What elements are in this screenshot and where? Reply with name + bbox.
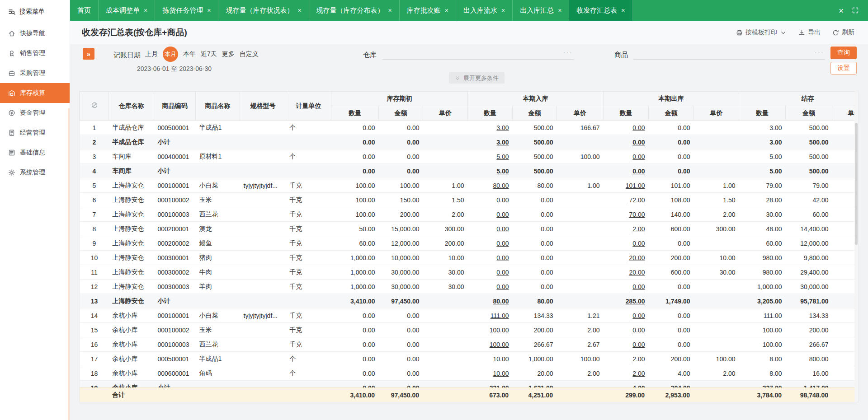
quantity-drilldown-link[interactable]: 0.00 [496,225,509,233]
table-row[interactable]: 7上海静安仓000100003西兰花千克100.00200.002.000.00… [80,207,859,222]
tab-cost-adjustment[interactable]: 成本调整单× [99,0,155,21]
tab-recv-send-summary[interactable]: 收发存汇总表× [569,0,632,21]
close-icon[interactable]: × [839,6,844,15]
quantity-drilldown-link[interactable]: 0.00 [496,196,509,204]
settings-button[interactable]: 设置 [830,62,857,75]
table-row[interactable]: 10上海静安仓000300001猪肉千克1,000.0010,000.0010.… [80,251,859,265]
tab-close-icon[interactable]: × [558,7,561,14]
table-row[interactable]: 6上海静安仓000100002玉米千克100.00150.001.500.000… [80,193,859,207]
tab-close-icon[interactable]: × [445,7,448,14]
product-more-icon[interactable]: ··· [815,48,824,56]
quantity-drilldown-link[interactable]: 0.00 [496,254,509,261]
quantity-drilldown-link[interactable]: 0.00 [496,240,509,247]
quantity-drilldown-link[interactable]: 0.00 [632,168,645,175]
quantity-drilldown-link[interactable]: 0.00 [496,269,509,276]
vertical-scrollbar[interactable] [854,91,858,402]
quantity-drilldown-link[interactable]: 5.00 [496,168,509,175]
product-input[interactable]: ··· [633,45,825,60]
scrollbar-thumb[interactable] [855,123,858,245]
date-option[interactable]: 本年 [183,50,196,58]
quantity-drilldown-link[interactable]: 0.00 [632,341,645,348]
sidebar-search[interactable]: 搜索菜单 [0,0,70,23]
date-option[interactable]: 自定义 [240,50,259,58]
sidebar-item-quick-nav[interactable]: 快捷导航 [0,23,70,43]
quantity-drilldown-link[interactable]: 2.00 [632,370,645,377]
tab-close-icon[interactable]: × [621,7,625,14]
sidebar-item-inventory[interactable]: 库存核算 [0,83,70,103]
quantity-drilldown-link[interactable]: 0.00 [632,312,645,319]
quantity-drilldown-link[interactable]: 2.00 [632,225,645,233]
table-row[interactable]: 8上海静安仓000200001澳龙千克50.0015,000.00300.000… [80,222,859,236]
tab-close-icon[interactable]: × [207,7,211,14]
quantity-drilldown-link[interactable]: 3.00 [496,139,509,146]
sidebar-item-sales[interactable]: 销售管理 [0,43,70,63]
date-option[interactable]: 上月 [145,50,158,58]
quantity-drilldown-link[interactable]: 0.00 [632,240,645,247]
quantity-drilldown-link[interactable]: 100.00 [490,341,509,348]
quantity-drilldown-link[interactable]: 101.00 [626,182,645,189]
warehouse-more-icon[interactable]: ··· [563,48,573,56]
table-row[interactable]: 9上海静安仓000200002鳗鱼千克60.0012,000.00200.000… [80,236,859,251]
quantity-drilldown-link[interactable]: 20.00 [629,269,645,276]
quantity-drilldown-link[interactable]: 0.00 [632,283,645,290]
quantity-drilldown-link[interactable]: 0.00 [632,139,645,146]
export-button[interactable]: 导出 [798,28,821,37]
quantity-drilldown-link[interactable]: 111.00 [491,312,509,319]
table-row[interactable]: 14余杭小库000100001小白菜tyjyjtyjtyjdf...千克0.00… [80,308,859,323]
table-row[interactable]: 16余杭小库000100003西兰花千克0.000.00100.00266.67… [80,337,859,352]
sidebar-item-purchase[interactable]: 采购管理 [0,63,70,83]
tab-stock-status[interactable]: 现存量（库存状况表）× [218,0,309,21]
sidebar-item-operations[interactable]: 经营管理 [0,123,70,143]
table-row[interactable]: 5上海静安仓000100001小白菜tyjyjtyjtyjdf...千克100.… [80,178,859,193]
sidebar-item-base-info[interactable]: 基础信息 [0,143,70,163]
table-row[interactable]: 15余杭小库000100002玉米千克0.000.00100.00200.002… [80,323,859,337]
date-option[interactable]: 近7天 [201,50,217,58]
quantity-drilldown-link[interactable]: 2.00 [632,355,645,363]
table-row[interactable]: 3车间库000400001原材料1个0.000.005.00500.00100.… [80,149,859,164]
tab-inout-flow[interactable]: 出入库流水× [456,0,513,21]
maximize-icon[interactable] [852,7,859,14]
quantity-drilldown-link[interactable]: 285.00 [626,298,645,305]
quantity-drilldown-link[interactable]: 10.00 [493,355,509,363]
table-row[interactable]: 12上海静安仓000300003羊肉千克1,000.0030,000.0030.… [80,280,859,294]
expand-more-button[interactable]: 展开更多条件 [449,72,505,84]
tab-close-icon[interactable]: × [501,7,505,14]
quantity-drilldown-link[interactable]: 0.00 [632,124,645,131]
table-row[interactable]: 1半成品仓库000500001半成品1个0.000.003.00500.0016… [80,121,859,135]
date-option[interactable]: 更多 [222,50,235,58]
quantity-drilldown-link[interactable]: 72.00 [629,196,645,204]
table-row-subtotal[interactable]: 4车间库小计0.000.005.00500.000.000.005.00500.… [80,164,859,178]
quantity-drilldown-link[interactable]: 3.00 [496,124,509,131]
print-template-button[interactable]: 按模板打印 [736,28,787,37]
sidebar-item-system[interactable]: 系统管理 [0,163,70,182]
quantity-drilldown-link[interactable]: 0.00 [632,153,645,160]
column-settings-icon[interactable] [91,102,98,109]
date-option[interactable]: 本月 [163,47,178,62]
tab-close-icon[interactable]: × [297,7,301,14]
quantity-drilldown-link[interactable]: 0.00 [496,283,509,290]
tab-inout-summary[interactable]: 出入库汇总× [513,0,569,21]
tab-home[interactable]: 首页 [70,0,99,21]
quantity-drilldown-link[interactable]: 20.00 [629,254,645,261]
quantity-drilldown-link[interactable]: 5.00 [496,153,509,160]
sidebar-item-funds[interactable]: 资金管理 [0,103,70,123]
quantity-drilldown-link[interactable]: 70.00 [629,211,645,218]
tab-stock-batch[interactable]: 库存批次账× [400,0,456,21]
table-row[interactable]: 18余杭小库000600001角码个0.000.0010.0020.002.00… [80,366,859,381]
tab-picking-task[interactable]: 拣货任务管理× [155,0,218,21]
quantity-drilldown-link[interactable]: 80.00 [493,182,509,189]
quantity-drilldown-link[interactable]: 100.00 [490,327,509,334]
quantity-drilldown-link[interactable]: 80.00 [493,298,509,305]
query-button[interactable]: 查询 [830,47,857,59]
quantity-drilldown-link[interactable]: 10.00 [493,370,509,377]
table-row-subtotal[interactable]: 2半成品仓库小计0.000.003.00500.000.000.003.0050… [80,135,859,149]
warehouse-input[interactable]: ··· [382,45,574,60]
table-row[interactable]: 11上海静安仓000300002牛肉千克1,000.0030,000.0030.… [80,265,859,280]
tab-close-icon[interactable]: × [388,7,392,14]
tab-close-icon[interactable]: × [144,7,147,14]
collapse-filter-button[interactable]: » [83,48,94,60]
tab-stock-distribution[interactable]: 现存量（库存分布表）× [309,0,400,21]
table-row[interactable]: 17余杭小库000500001半成品1个0.000.0010.001,000.0… [80,352,859,366]
quantity-drilldown-link[interactable]: 0.00 [632,327,645,334]
quantity-drilldown-link[interactable]: 0.00 [496,211,509,218]
